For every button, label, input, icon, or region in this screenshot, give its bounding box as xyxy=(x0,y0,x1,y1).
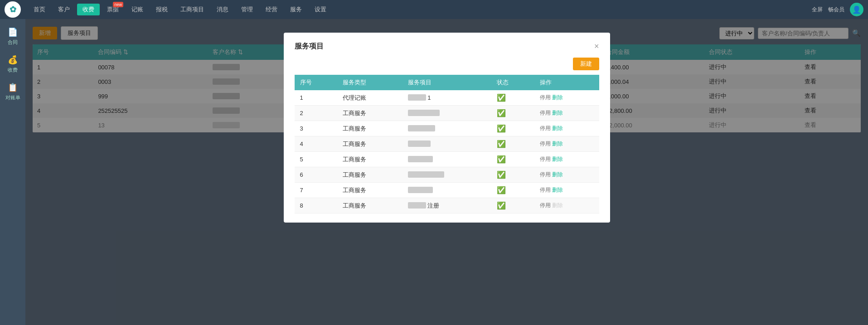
mcell-seq: 5 xyxy=(295,152,337,167)
mcell-type: 代理记账 xyxy=(337,90,402,106)
delete-button[interactable]: 删除 xyxy=(552,109,563,117)
mcell-seq: 8 xyxy=(295,198,337,213)
contract-icon: 📄 xyxy=(8,27,18,37)
mcell-status: ✅ xyxy=(491,121,534,136)
main-layout: 📄 合同 💰 收费 📋 对账单 新增 服务项目 进行中 已结束 全部 🔍 xyxy=(0,19,868,325)
mcell-action: 停用 删除 xyxy=(534,167,599,183)
modal-table-wrap[interactable]: 序号 服务类型 服务项目 状态 操作 1 代理记账 1 xyxy=(295,75,599,213)
avatar[interactable]: 👤 xyxy=(850,3,863,16)
app-logo: ✿ xyxy=(5,1,21,18)
sidebar-item-contract-label: 合同 xyxy=(8,39,18,46)
mcell-status: ✅ xyxy=(491,198,534,213)
mcell-type: 工商服务 xyxy=(337,183,402,198)
content-area: 新增 服务项目 进行中 已结束 全部 🔍 序号 合同编码 ⇅ 客户名称 xyxy=(25,19,868,325)
stop-button[interactable]: 停用 xyxy=(540,202,551,209)
mcell-item xyxy=(402,183,492,198)
nav-tax[interactable]: 报税 xyxy=(150,4,173,15)
modal-table-row: 7 工商服务 ✅ 停用 删除 xyxy=(295,183,599,198)
sidebar-item-fee-label: 收费 xyxy=(8,67,18,73)
nav-customer[interactable]: 客户 xyxy=(53,4,75,15)
modal-table-row: 2 工商服务 ✅ 停用 删除 xyxy=(295,106,599,121)
mcell-status: ✅ xyxy=(491,167,534,183)
delete-button[interactable]: 删除 xyxy=(552,202,563,209)
mcell-item: 1 xyxy=(402,90,492,106)
mcell-action: 停用 删除 xyxy=(534,136,599,152)
mth-item: 服务项目 xyxy=(402,75,492,90)
membership-label[interactable]: 畅会员 xyxy=(828,6,844,14)
top-navigation: ✿ 首页 客户 收费 票据 new 记账 报税 工商项目 消息 管理 经营 服务… xyxy=(0,0,868,19)
mcell-status: ✅ xyxy=(491,183,534,198)
sidebar: 📄 合同 💰 收费 📋 对账单 xyxy=(0,19,25,325)
mcell-status: ✅ xyxy=(491,152,534,167)
service-modal: 服务项目 × 新建 序号 服务类型 服务项目 状态 xyxy=(284,33,610,223)
nav-operation[interactable]: 经营 xyxy=(260,4,283,15)
mcell-item: 注册 xyxy=(402,198,492,213)
nav-invoice[interactable]: 票据 new xyxy=(102,4,124,15)
mcell-seq: 4 xyxy=(295,136,337,152)
delete-button[interactable]: 删除 xyxy=(552,94,563,102)
right-tools: 全屏 畅会员 👤 xyxy=(812,3,863,16)
mcell-item xyxy=(402,152,492,167)
mcell-type: 工商服务 xyxy=(337,121,402,136)
mcell-status: ✅ xyxy=(491,136,534,152)
delete-button[interactable]: 删除 xyxy=(552,155,563,163)
mcell-item xyxy=(402,167,492,183)
modal-table-row: 4 工商服务 ✅ 停用 删除 xyxy=(295,136,599,152)
delete-button[interactable]: 删除 xyxy=(552,125,563,132)
mcell-action: 停用 删除 xyxy=(534,152,599,167)
nav-home[interactable]: 首页 xyxy=(28,4,51,15)
modal-overlay: 服务项目 × 新建 序号 服务类型 服务项目 状态 xyxy=(25,19,868,325)
stop-button[interactable]: 停用 xyxy=(540,140,551,148)
mcell-action: 停用 删除 xyxy=(534,121,599,136)
modal-new-button[interactable]: 新建 xyxy=(573,58,599,70)
mcell-action: 停用 删除 xyxy=(534,106,599,121)
stop-button[interactable]: 停用 xyxy=(540,155,551,163)
mcell-action: 停用 删除 xyxy=(534,198,599,213)
nav-accounting[interactable]: 记账 xyxy=(126,4,149,15)
stop-button[interactable]: 停用 xyxy=(540,186,551,194)
nav-industrial[interactable]: 工商项目 xyxy=(175,4,209,15)
nav-service[interactable]: 服务 xyxy=(285,4,307,15)
sidebar-item-contract[interactable]: 📄 合同 xyxy=(1,24,24,49)
modal-close-button[interactable]: × xyxy=(594,42,599,51)
sidebar-item-statement[interactable]: 📋 对账单 xyxy=(1,79,24,105)
mcell-item xyxy=(402,136,492,152)
mth-status: 状态 xyxy=(491,75,534,90)
modal-table-row: 5 工商服务 ✅ 停用 删除 xyxy=(295,152,599,167)
nav-items: 首页 客户 收费 票据 new 记账 报税 工商项目 消息 管理 经营 服务 设… xyxy=(28,4,812,15)
fullscreen-label[interactable]: 全屏 xyxy=(812,6,823,14)
mcell-seq: 7 xyxy=(295,183,337,198)
sidebar-item-statement-label: 对账单 xyxy=(5,94,20,101)
stop-button[interactable]: 停用 xyxy=(540,171,551,179)
nav-management[interactable]: 管理 xyxy=(236,4,258,15)
mcell-type: 工商服务 xyxy=(337,152,402,167)
modal-toolbar: 新建 xyxy=(295,58,599,70)
nav-settings[interactable]: 设置 xyxy=(309,4,332,15)
delete-button[interactable]: 删除 xyxy=(552,140,563,148)
stop-button[interactable]: 停用 xyxy=(540,109,551,117)
mcell-type: 工商服务 xyxy=(337,136,402,152)
mcell-seq: 6 xyxy=(295,167,337,183)
mcell-status: ✅ xyxy=(491,106,534,121)
fee-icon: 💰 xyxy=(8,55,18,65)
mcell-status: ✅ xyxy=(491,90,534,106)
modal-table-row: 3 工商服务 ✅ 停用 删除 xyxy=(295,121,599,136)
nav-fee[interactable]: 收费 xyxy=(77,4,100,15)
modal-table-header: 序号 服务类型 服务项目 状态 操作 xyxy=(295,75,599,90)
mcell-type: 工商服务 xyxy=(337,198,402,213)
mth-type: 服务类型 xyxy=(337,75,402,90)
nav-message[interactable]: 消息 xyxy=(211,4,234,15)
new-badge: new xyxy=(113,2,123,7)
stop-button[interactable]: 停用 xyxy=(540,94,551,102)
sidebar-item-fee[interactable]: 💰 收费 xyxy=(1,51,24,77)
statement-icon: 📋 xyxy=(8,82,18,92)
modal-title: 服务项目 xyxy=(295,42,324,51)
mcell-seq: 3 xyxy=(295,121,337,136)
mcell-type: 工商服务 xyxy=(337,167,402,183)
stop-button[interactable]: 停用 xyxy=(540,125,551,132)
mcell-action: 停用 删除 xyxy=(534,183,599,198)
modal-table-row: 1 代理记账 1 ✅ 停用 删除 xyxy=(295,90,599,106)
mcell-item xyxy=(402,121,492,136)
delete-button[interactable]: 删除 xyxy=(552,186,563,194)
delete-button[interactable]: 删除 xyxy=(552,171,563,179)
